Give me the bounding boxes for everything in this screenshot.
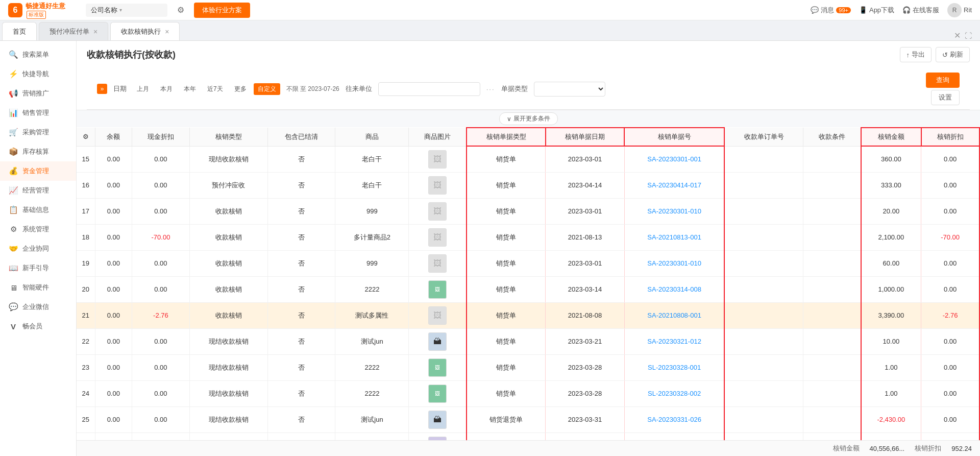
sidebar-item-finance[interactable]: 💰 资金管理 xyxy=(0,161,76,181)
cell-amount: 3,390.00 xyxy=(861,302,921,328)
online-service-button[interactable]: 🎧 在线客服 xyxy=(902,6,939,15)
sidebar-label-marketing: 营销推广 xyxy=(22,89,49,98)
cell-num: 18 xyxy=(77,224,95,250)
gear-icon-button[interactable]: ⚙ xyxy=(174,3,188,17)
sidebar-item-hardware[interactable]: 🖥 智能硬件 xyxy=(0,278,76,297)
message-label: 消息 xyxy=(821,6,834,15)
sidebar-item-system[interactable]: ⚙ 系统管理 xyxy=(0,220,76,239)
settings-button[interactable]: 设置 xyxy=(931,90,960,105)
maximize-icon[interactable]: ⛶ xyxy=(965,32,972,40)
bill-no-link[interactable]: SA-20230331-026 xyxy=(647,416,701,423)
product-image: 🏔 xyxy=(428,332,447,351)
table-row: 25 0.00 0.00 现结收款核销 否 测试jun 🏔 销货退货单 2023… xyxy=(77,406,979,433)
user-area[interactable]: R Rit xyxy=(947,3,972,17)
tab-receipt-close[interactable]: × xyxy=(165,28,169,36)
sidebar-label-guide: 新手引导 xyxy=(22,263,49,273)
partner-input[interactable] xyxy=(378,82,480,96)
cell-balance: 0.00 xyxy=(95,302,132,328)
cell-discount: -2.76 xyxy=(921,302,979,328)
cell-bill-date: 2023-03-01 xyxy=(546,146,624,172)
sidebar-item-member[interactable]: V 畅会员 xyxy=(0,317,76,336)
cell-balance: 0.00 xyxy=(95,380,132,406)
cell-type: 收款核销 xyxy=(189,276,267,302)
cell-amount: 1.00 xyxy=(861,380,921,406)
date-option-7days[interactable]: 近7天 xyxy=(203,83,227,95)
export-button[interactable]: ↑ 导出 xyxy=(900,47,932,62)
cell-cash-discount: 0.00 xyxy=(132,276,190,302)
table-row: 17 0.00 0.00 收款核销 否 999 🖼 销货单 2023-03-01… xyxy=(77,198,979,224)
message-button[interactable]: 💬 消息 99+ xyxy=(811,6,851,15)
cell-bill-no: SA-20230414-017 xyxy=(624,172,724,198)
sidebar-item-inventory[interactable]: 📦 库存核算 xyxy=(0,142,76,161)
cell-bill-date: 2023-03-14 xyxy=(546,276,624,302)
basic-icon: 📋 xyxy=(8,205,18,214)
collapse-arrow[interactable]: » xyxy=(97,84,107,94)
sidebar-item-wechat[interactable]: 💬 企业微信 xyxy=(0,297,76,317)
table-row: 15 0.00 0.00 现结收款核销 否 老白干 🖼 销货单 2023-03-… xyxy=(77,146,979,172)
cell-num: 26 xyxy=(77,433,95,440)
trial-button[interactable]: 体验行业方案 xyxy=(194,3,250,18)
sidebar-item-guide[interactable]: 📖 新手引导 xyxy=(0,258,76,278)
tab-home[interactable]: 首页 xyxy=(2,22,37,40)
sidebar-item-sales[interactable]: 📊 销售管理 xyxy=(0,103,76,123)
sidebar-item-basic[interactable]: 📋 基础信息 xyxy=(0,200,76,220)
cell-bill-date: 2023-03-28 xyxy=(546,354,624,380)
column-settings-icon[interactable]: ⚙ xyxy=(82,133,90,140)
bill-no-link[interactable]: SA-20210813-001 xyxy=(647,233,701,241)
bill-no-link[interactable]: SA-20210808-001 xyxy=(647,311,701,319)
refresh-button[interactable]: ↺ 刷新 xyxy=(936,47,970,62)
cell-included: 否 xyxy=(267,380,335,406)
close-all-icon[interactable]: ✕ xyxy=(954,31,961,40)
cell-num: 19 xyxy=(77,250,95,276)
bill-no-link[interactable]: SA-20230301-010 xyxy=(647,207,701,215)
sidebar-item-search[interactable]: 🔍 搜索菜单 xyxy=(0,45,76,64)
company-selector[interactable]: 公司名称 ▾ xyxy=(86,4,167,17)
product-image: 🖼 xyxy=(428,280,447,299)
app-download-button[interactable]: 📱 App下载 xyxy=(859,6,894,15)
date-option-custom[interactable]: 自定义 xyxy=(254,83,280,95)
cell-goods: 测试多属性 xyxy=(335,302,409,328)
bill-no-link[interactable]: SL-20230328-002 xyxy=(648,390,701,397)
expand-conditions-button[interactable]: ∨ 展开更多条件 xyxy=(499,112,558,125)
tab-receipt[interactable]: 收款核销执行 × xyxy=(110,22,180,40)
sidebar-item-shortcut[interactable]: ⚡ 快捷导航 xyxy=(0,64,76,84)
bill-no-link[interactable]: SA-20230321-012 xyxy=(647,338,701,345)
query-button[interactable]: 查询 xyxy=(926,73,960,88)
th-cash-discount: 现金折扣 xyxy=(132,128,190,146)
cell-goods: 999 xyxy=(335,250,409,276)
date-option-more[interactable]: 更多 xyxy=(230,83,251,95)
date-option-lastmonth[interactable]: 上月 xyxy=(133,83,153,95)
bill-no-link[interactable]: SA-20230301-001 xyxy=(647,155,701,163)
date-options: 上月 本月 本年 近7天 更多 自定义 xyxy=(133,83,280,95)
date-option-thisyear[interactable]: 本年 xyxy=(180,83,200,95)
cell-img: 🖼 xyxy=(409,224,467,250)
cell-goods: 123D商品 xyxy=(335,433,409,440)
bill-no-link[interactable]: SA-20230314-008 xyxy=(647,285,701,293)
sidebar-item-purchase[interactable]: 🛒 采购管理 xyxy=(0,123,76,142)
cell-bill-type: 销货单 xyxy=(467,172,545,198)
th-goods-img: 商品图片 xyxy=(409,128,467,146)
bill-no-link[interactable]: SA-20230301-010 xyxy=(647,259,701,267)
table-container[interactable]: ⚙ 余额 现金折扣 核销类型 包含已结清 商品 商品图片 核销单据类型 核销单据… xyxy=(77,127,980,440)
sidebar-item-operation[interactable]: 📈 经营管理 xyxy=(0,181,76,200)
sidebar-label-finance: 资金管理 xyxy=(22,166,49,176)
table-row: 20 0.00 0.00 收款核销 否 2222 🖼 销货单 2023-03-1… xyxy=(77,276,979,302)
bill-no-link[interactable]: SL-20230328-001 xyxy=(648,364,701,371)
cell-img: 🖼 xyxy=(409,146,467,172)
cell-type: 现结收款核销 xyxy=(189,380,267,406)
sidebar-label-sales: 销售管理 xyxy=(22,108,49,117)
bill-no-link[interactable]: SA-20230414-017 xyxy=(647,181,701,189)
sidebar-item-marketing[interactable]: 📢 营销推广 xyxy=(0,84,76,103)
th-bill-type: 核销单据类型 xyxy=(467,128,545,146)
product-image: 🖼 xyxy=(428,385,447,403)
date-option-thismonth[interactable]: 本月 xyxy=(156,83,177,95)
receipt-type-select[interactable] xyxy=(534,82,605,97)
cell-img: 🖼 xyxy=(409,198,467,224)
sidebar-item-collab[interactable]: 🤝 企业协同 xyxy=(0,239,76,258)
tab-prepay[interactable]: 预付冲应付单 × xyxy=(39,22,108,40)
app-download-label: App下载 xyxy=(869,6,894,15)
cell-discount: -70.00 xyxy=(921,224,979,250)
cell-amount: -2,430.00 xyxy=(861,406,921,433)
tab-prepay-close[interactable]: × xyxy=(93,28,97,36)
data-table: ⚙ 余额 现金折扣 核销类型 包含已结清 商品 商品图片 核销单据类型 核销单据… xyxy=(77,127,980,440)
